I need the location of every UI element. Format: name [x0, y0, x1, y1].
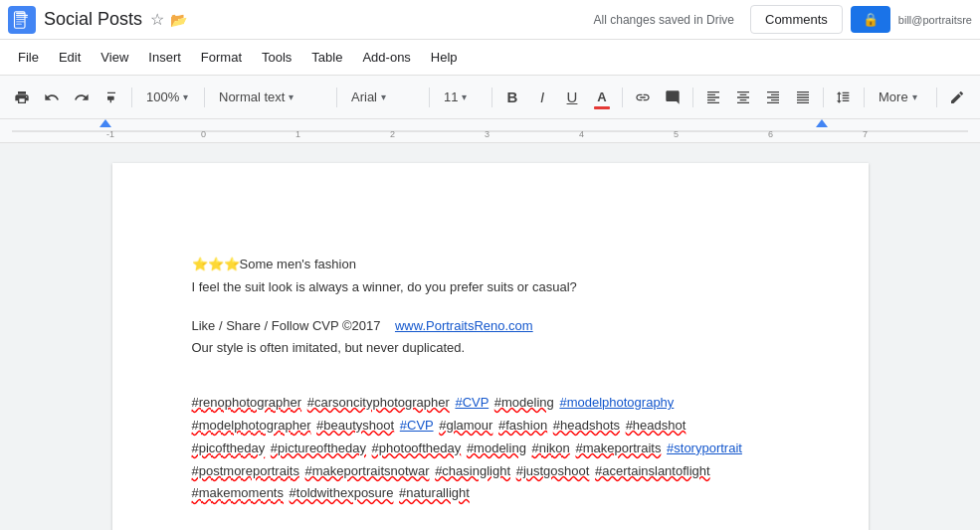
line-share-follow: Like / Share / Follow CVP ©2017 www.Port…: [192, 316, 789, 337]
more-dropdown[interactable]: More ▾: [871, 82, 930, 113]
text-color-button[interactable]: A: [588, 82, 616, 113]
zoom-label: 100%: [146, 89, 179, 104]
menu-tools[interactable]: Tools: [252, 46, 301, 69]
share-text: Like / Share / Follow CVP ©2017: [192, 318, 395, 333]
menu-insert[interactable]: Insert: [138, 46, 191, 69]
share-button[interactable]: 🔒: [851, 6, 890, 33]
menu-bar: File Edit View Insert Format Tools Table…: [0, 40, 980, 76]
hashtag-acertainslantoflight[interactable]: #acertainslantoflight: [595, 463, 710, 478]
separator-7: [692, 88, 693, 107]
folder-icon: 📂: [170, 12, 187, 28]
font-size-dropdown[interactable]: 11 ▾: [436, 82, 486, 113]
menu-help[interactable]: Help: [421, 46, 468, 69]
redo-button[interactable]: [68, 82, 96, 113]
svg-rect-5: [16, 21, 25, 22]
blank-line-2: [192, 239, 789, 255]
svg-text:4: 4: [579, 129, 584, 139]
hashtag-modelphotography[interactable]: #modelphotography: [559, 395, 674, 410]
fashion-text-inline: Some men's fashion: [240, 257, 356, 271]
hashtag-cvp-2[interactable]: #CVP: [400, 418, 434, 433]
separator-4: [429, 88, 430, 107]
svg-text:5: 5: [674, 129, 679, 139]
hashtag-picoftheday[interactable]: #picoftheday: [192, 441, 266, 455]
hashtag-beautyshoot[interactable]: #beautyshoot: [316, 418, 394, 433]
line-spacing-button[interactable]: [830, 82, 858, 113]
hashtag-justgoshoot[interactable]: #justgoshoot: [516, 463, 590, 478]
hashtag-chasinglight[interactable]: #chasinglight: [435, 463, 510, 478]
doc-title: Social Posts: [44, 9, 142, 30]
menu-view[interactable]: View: [91, 46, 138, 69]
font-size-label: 11: [444, 89, 458, 104]
blank-line-5: [192, 377, 789, 393]
paint-format-button[interactable]: [98, 82, 125, 113]
hashtag-fashion[interactable]: #fashion: [498, 418, 547, 433]
hashtag-makeportraitsnotwar[interactable]: #makeportraitsnotwar: [305, 463, 430, 478]
svg-rect-0: [16, 12, 25, 14]
separator-6: [622, 88, 623, 107]
hashtag-headshot[interactable]: #headshot: [626, 418, 686, 433]
underline-button[interactable]: U: [558, 82, 586, 113]
svg-text:7: 7: [863, 129, 868, 139]
insert-comment-button[interactable]: [659, 82, 686, 113]
hashtag-postmoreportraits[interactable]: #postmoreportraits: [192, 463, 299, 478]
hashtag-line-5: #makemoments #toldwithexposure #naturall…: [192, 483, 789, 504]
align-justify-button[interactable]: [789, 82, 817, 113]
menu-addons[interactable]: Add-ons: [352, 46, 420, 69]
hashtag-headshots[interactable]: #headshots: [553, 418, 620, 433]
bold-button[interactable]: B: [498, 82, 526, 113]
hashtag-glamour[interactable]: #glamour: [439, 418, 492, 433]
hashtag-nikon[interactable]: #nikon: [532, 441, 570, 455]
hashtag-renophotographer[interactable]: #renophotographer: [192, 395, 302, 410]
line-style-imitated: Our style is often imitated, but never d…: [192, 338, 789, 359]
hashtag-naturallight[interactable]: #naturallight: [399, 485, 470, 500]
hashtag-makeportraits[interactable]: #makeportraits: [575, 441, 661, 455]
font-dropdown[interactable]: Arial ▾: [343, 82, 423, 113]
hashtag-modelphotographer[interactable]: #modelphotographer: [192, 418, 311, 433]
hashtag-line-4: #postmoreportraits #makeportraitsnotwar …: [192, 461, 789, 482]
pen-button[interactable]: [943, 82, 971, 113]
print-button[interactable]: [8, 82, 36, 113]
star-icon[interactable]: ☆: [150, 10, 164, 29]
align-right-button[interactable]: [759, 82, 787, 113]
blank-line-3: [192, 300, 789, 316]
more-arrow: ▾: [912, 91, 917, 102]
menu-file[interactable]: File: [8, 46, 49, 69]
insert-link-button[interactable]: [629, 82, 657, 113]
lock-icon: 🔒: [863, 12, 879, 27]
zoom-arrow: ▾: [183, 91, 188, 102]
hashtag-carsoncity[interactable]: #carsoncityphotographer: [307, 395, 450, 410]
ruler: -1 0 1 2 3 4 5 6 7: [0, 119, 980, 143]
hashtag-toldwithexposure[interactable]: #toldwithexposure: [290, 485, 394, 500]
hashtag-modeling-1[interactable]: #modeling: [494, 395, 554, 410]
font-label: Arial: [351, 89, 377, 104]
menu-format[interactable]: Format: [191, 46, 252, 69]
svg-text:3: 3: [485, 129, 490, 139]
star-emojis: ⭐⭐⭐: [192, 257, 240, 271]
hashtag-pictureoftheday[interactable]: #pictureoftheday: [271, 441, 366, 455]
italic-button[interactable]: I: [528, 82, 556, 113]
document-page[interactable]: ⭐⭐⭐⭐⭐⭐Some men's fashionSome men's fashi…: [112, 163, 869, 530]
hashtag-photooftheday[interactable]: #photooftheday: [372, 441, 462, 455]
style-dropdown[interactable]: Normal text ▾: [211, 82, 330, 113]
undo-button[interactable]: [38, 82, 66, 113]
website-link[interactable]: www.PortraitsReno.com: [395, 318, 533, 333]
separator-2: [204, 88, 205, 107]
svg-text:6: 6: [768, 129, 773, 139]
hashtag-storyportrait[interactable]: #storyportrait: [667, 441, 742, 455]
align-center-button[interactable]: [729, 82, 757, 113]
svg-rect-4: [16, 19, 25, 20]
hashtag-makemoments[interactable]: #makemoments: [192, 485, 284, 500]
hashtag-cvp-1[interactable]: #CVP: [455, 395, 489, 410]
hashtag-modeling-2[interactable]: #modeling: [467, 441, 526, 455]
color-underline-indicator: [594, 106, 610, 109]
hashtag-line-2: #modelphotographer #beautyshoot #CVP #gl…: [192, 416, 789, 437]
align-left-button[interactable]: [699, 82, 727, 113]
menu-edit[interactable]: Edit: [49, 46, 91, 69]
blank-line-4: [192, 361, 789, 377]
menu-table[interactable]: Table: [301, 46, 352, 69]
app-icon: [8, 6, 36, 34]
comments-button[interactable]: Comments: [750, 5, 843, 34]
separator-9: [864, 88, 865, 107]
zoom-dropdown[interactable]: 100% ▾: [138, 82, 198, 113]
svg-rect-1: [16, 14, 28, 16]
